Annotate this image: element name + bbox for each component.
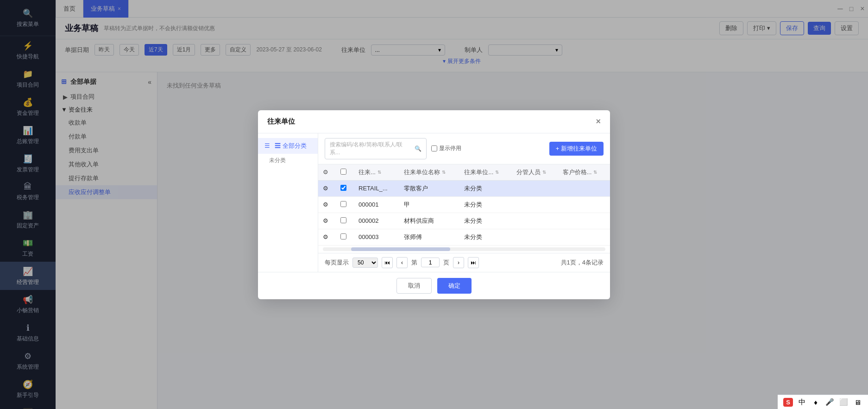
row-category: 未分类 bbox=[459, 229, 511, 245]
modal-partner: 往来单位 × ☰ ☰ 全部分类 未分类 搜索编码/名称/简称/联系人/ bbox=[258, 110, 610, 299]
row-checkbox[interactable] bbox=[336, 180, 354, 196]
th-code[interactable]: 往来... ⇅ bbox=[354, 164, 399, 181]
row-salesperson bbox=[512, 229, 558, 245]
monitor-icon[interactable]: 🖥 bbox=[852, 397, 862, 407]
table-row[interactable]: ⚙ 000001 甲 未分类 bbox=[318, 196, 610, 213]
modal-sidebar-all[interactable]: ☰ ☰ 全部分类 bbox=[258, 138, 318, 154]
select-all-checkbox[interactable] bbox=[340, 169, 346, 175]
status-bar: S 中 ♦ 🎤 ⬜ 🖥 bbox=[778, 395, 868, 409]
row-name: 甲 bbox=[399, 196, 459, 213]
row-settings[interactable]: ⚙ bbox=[318, 213, 336, 229]
th-category[interactable]: 往来单位... ⇅ bbox=[459, 164, 511, 181]
row-price-level bbox=[558, 196, 610, 213]
modal-header: 往来单位 × bbox=[258, 110, 610, 133]
row-code: RETAIL_... bbox=[354, 180, 399, 196]
search-icon: 🔍 bbox=[415, 145, 421, 152]
prev-page-btn[interactable]: ‹ bbox=[396, 257, 408, 268]
row-checkbox[interactable] bbox=[336, 196, 354, 213]
partner-table: ⚙ 往来... ⇅ 往来单位名 bbox=[318, 164, 610, 245]
modal-title: 往来单位 bbox=[267, 117, 295, 126]
row-select-checkbox[interactable] bbox=[340, 201, 346, 207]
cancel-button[interactable]: 取消 bbox=[396, 278, 432, 294]
row-name: 材料供应商 bbox=[399, 213, 459, 229]
row-code: 000002 bbox=[354, 213, 399, 229]
row-settings[interactable]: ⚙ bbox=[318, 229, 336, 245]
search-input-field[interactable]: 搜索编码/名称/简称/联系人/联系... 🔍 bbox=[325, 138, 427, 159]
page-size-select[interactable]: 50 10 20 100 bbox=[352, 258, 378, 268]
brand-icon: S bbox=[783, 398, 793, 407]
row-price-level bbox=[558, 180, 610, 196]
row-category: 未分类 bbox=[459, 180, 511, 196]
modal-close-btn[interactable]: × bbox=[596, 117, 601, 126]
row-checkbox[interactable] bbox=[336, 229, 354, 245]
table-row[interactable]: ⚙ 000003 张师傅 未分类 bbox=[318, 229, 610, 245]
th-settings[interactable]: ⚙ bbox=[318, 164, 336, 181]
add-partner-btn[interactable]: + 新增往来单位 bbox=[549, 142, 604, 156]
modal-table-wrap: ⚙ 往来... ⇅ 往来单位名 bbox=[318, 164, 610, 253]
row-select-checkbox[interactable] bbox=[340, 217, 346, 223]
pagination-info: 共1页，4条记录 bbox=[561, 258, 604, 267]
modal-footer: 取消 确定 bbox=[258, 272, 610, 299]
row-category: 未分类 bbox=[459, 196, 511, 213]
show-disabled-checkbox[interactable] bbox=[431, 145, 437, 151]
row-salesperson bbox=[512, 196, 558, 213]
table-header-row: ⚙ 往来... ⇅ 往来单位名 bbox=[318, 164, 610, 181]
row-name: 零散客户 bbox=[399, 180, 459, 196]
row-settings[interactable]: ⚙ bbox=[318, 180, 336, 196]
modal-main: 搜索编码/名称/简称/联系人/联系... 🔍 显示停用 + 新增往来单位 bbox=[318, 133, 610, 272]
row-settings[interactable]: ⚙ bbox=[318, 196, 336, 213]
table-row[interactable]: ⚙ 000002 材料供应商 未分类 bbox=[318, 213, 610, 229]
row-code: 000003 bbox=[354, 229, 399, 245]
keyboard-icon[interactable]: ⬜ bbox=[838, 397, 849, 407]
modal-sidebar-unclassified[interactable]: 未分类 bbox=[258, 154, 318, 167]
last-page-btn[interactable]: ⏭ bbox=[468, 257, 479, 268]
row-price-level bbox=[558, 213, 610, 229]
row-salesperson bbox=[512, 180, 558, 196]
diamond-icon[interactable]: ♦ bbox=[811, 397, 821, 407]
table-row[interactable]: ⚙ RETAIL_... 零散客户 未分类 bbox=[318, 180, 610, 196]
scrollbar-track[interactable] bbox=[323, 247, 605, 251]
modal-overlay[interactable]: 往来单位 × ☰ ☰ 全部分类 未分类 搜索编码/名称/简称/联系人/ bbox=[0, 0, 868, 409]
row-category: 未分类 bbox=[459, 213, 511, 229]
row-name: 张师傅 bbox=[399, 229, 459, 245]
row-salesperson bbox=[512, 213, 558, 229]
mic-icon[interactable]: 🎤 bbox=[824, 397, 835, 407]
confirm-button[interactable]: 确定 bbox=[437, 278, 472, 294]
scrollbar-thumb bbox=[351, 247, 450, 251]
th-price-level[interactable]: 客户价格... ⇅ bbox=[558, 164, 610, 181]
modal-sidebar: ☰ ☰ 全部分类 未分类 bbox=[258, 133, 318, 272]
row-checkbox[interactable] bbox=[336, 213, 354, 229]
first-page-btn[interactable]: ⏮ bbox=[382, 257, 393, 268]
row-price-level bbox=[558, 229, 610, 245]
next-page-btn[interactable]: › bbox=[453, 257, 464, 268]
th-name[interactable]: 往来单位名称 ⇅ bbox=[399, 164, 459, 181]
page-number-input[interactable] bbox=[421, 258, 440, 267]
th-checkbox[interactable] bbox=[336, 164, 354, 181]
th-salesperson[interactable]: 分管人员 ⇅ bbox=[512, 164, 558, 181]
row-select-checkbox[interactable] bbox=[340, 233, 346, 239]
row-select-checkbox[interactable] bbox=[340, 185, 346, 191]
chinese-input-icon[interactable]: 中 bbox=[797, 397, 807, 407]
modal-toolbar: 搜索编码/名称/简称/联系人/联系... 🔍 显示停用 + 新增往来单位 bbox=[318, 133, 610, 164]
show-disabled-label[interactable]: 显示停用 bbox=[431, 145, 461, 152]
modal-pagination: 每页显示 50 10 20 100 ⏮ ‹ 第 页 › ⏭ 共1页，4条记录 bbox=[318, 253, 610, 272]
row-code: 000001 bbox=[354, 196, 399, 213]
modal-body: ☰ ☰ 全部分类 未分类 搜索编码/名称/简称/联系人/联系... 🔍 bbox=[258, 133, 610, 272]
